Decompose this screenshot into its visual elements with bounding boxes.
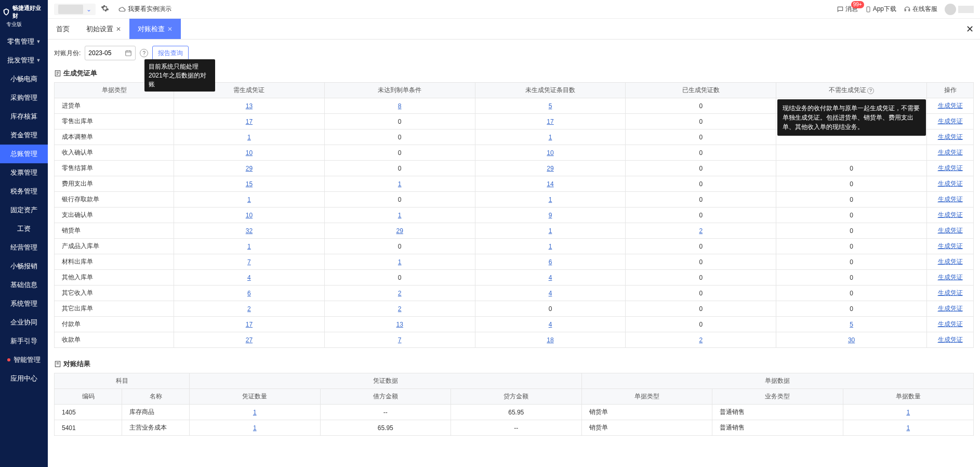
count-link[interactable]: 6 bbox=[549, 258, 552, 266]
tab-对账检查[interactable]: 对账检查✕ bbox=[129, 19, 181, 39]
month-help-icon[interactable]: ? bbox=[140, 49, 148, 57]
count-link[interactable]: 1 bbox=[398, 212, 402, 219]
nav-item-库存核算[interactable]: 库存核算 bbox=[0, 107, 48, 126]
count-link[interactable]: 13 bbox=[396, 321, 403, 328]
count-link[interactable]: 7 bbox=[247, 258, 251, 266]
count-link[interactable]: 32 bbox=[246, 227, 253, 235]
count-link[interactable]: 10 bbox=[547, 149, 553, 157]
close-all-tabs[interactable]: ✕ bbox=[959, 19, 980, 39]
nav-item-总账管理[interactable]: 总账管理 bbox=[0, 145, 48, 163]
count-link[interactable]: 1 bbox=[549, 227, 552, 235]
count-link[interactable]: 14 bbox=[547, 180, 553, 188]
generate-voucher-link[interactable]: 生成凭证 bbox=[938, 102, 963, 109]
generate-voucher-link[interactable]: 生成凭证 bbox=[938, 164, 963, 172]
generate-voucher-link[interactable]: 生成凭证 bbox=[938, 289, 963, 296]
settings-icon[interactable] bbox=[101, 4, 109, 14]
generate-voucher-link[interactable]: 生成凭证 bbox=[938, 336, 963, 343]
count-link[interactable]: 1 bbox=[906, 409, 910, 416]
count-link[interactable]: 2 bbox=[699, 336, 703, 344]
tab-首页[interactable]: 首页 bbox=[48, 19, 78, 39]
generate-voucher-link[interactable]: 生成凭证 bbox=[938, 242, 963, 250]
nav-item-批发管理[interactable]: 批发管理▼ bbox=[0, 51, 48, 70]
month-picker[interactable] bbox=[85, 46, 136, 60]
count-link[interactable]: 29 bbox=[246, 165, 253, 172]
messages-button[interactable]: 消息 99+ bbox=[837, 5, 858, 14]
count-link[interactable]: 5 bbox=[549, 102, 552, 110]
count-link[interactable]: 4 bbox=[247, 274, 251, 281]
close-icon[interactable]: ✕ bbox=[116, 25, 121, 33]
count-link[interactable]: 18 bbox=[547, 336, 553, 344]
count-link[interactable]: 9 bbox=[549, 212, 552, 219]
count-link[interactable]: 2 bbox=[247, 305, 251, 313]
count-link[interactable]: 1 bbox=[247, 134, 251, 141]
generate-voucher-link[interactable]: 生成凭证 bbox=[938, 274, 963, 281]
generate-voucher-link[interactable]: 生成凭证 bbox=[938, 196, 963, 203]
nav-item-固定资产[interactable]: 固定资产 bbox=[0, 201, 48, 219]
nav-item-应用中心[interactable]: 应用中心 bbox=[0, 369, 48, 388]
count-link[interactable]: 4 bbox=[549, 274, 552, 281]
nav-item-采购管理[interactable]: 采购管理 bbox=[0, 88, 48, 107]
nav-item-发票管理[interactable]: 发票管理 bbox=[0, 163, 48, 182]
count-link[interactable]: 10 bbox=[246, 212, 253, 219]
demo-link[interactable]: 我要看实例演示 bbox=[118, 5, 171, 14]
nav-item-经营管理[interactable]: 经营管理 bbox=[0, 238, 48, 257]
report-query-button[interactable]: 报告查询 bbox=[152, 46, 189, 60]
count-link[interactable]: 6 bbox=[247, 290, 251, 297]
generate-voucher-link[interactable]: 生成凭证 bbox=[938, 320, 963, 328]
count-link[interactable]: 1 bbox=[247, 243, 251, 250]
count-link[interactable]: 1 bbox=[549, 196, 552, 203]
count-link[interactable]: 1 bbox=[247, 196, 251, 203]
generate-voucher-link[interactable]: 生成凭证 bbox=[938, 227, 963, 234]
generate-voucher-link[interactable]: 生成凭证 bbox=[938, 305, 963, 312]
count-link[interactable]: 29 bbox=[396, 227, 403, 235]
generate-voucher-link[interactable]: 生成凭证 bbox=[938, 211, 963, 218]
count-link[interactable]: 10 bbox=[246, 149, 253, 157]
generate-voucher-link[interactable]: 生成凭证 bbox=[938, 180, 963, 187]
generate-voucher-link[interactable]: 生成凭证 bbox=[938, 118, 963, 125]
count-link[interactable]: 27 bbox=[246, 336, 253, 344]
customer-service-button[interactable]: 在线客服 bbox=[904, 5, 937, 14]
count-link[interactable]: 8 bbox=[398, 102, 402, 110]
count-link[interactable]: 1 bbox=[253, 409, 257, 416]
count-link[interactable]: 17 bbox=[246, 321, 253, 328]
count-link[interactable]: 30 bbox=[848, 336, 855, 344]
user-menu[interactable] bbox=[945, 4, 974, 15]
count-link[interactable]: 17 bbox=[246, 118, 253, 125]
nav-item-智能管理[interactable]: 智能管理 bbox=[0, 351, 48, 369]
count-link[interactable]: 13 bbox=[246, 102, 253, 110]
count-link[interactable]: 1 bbox=[398, 258, 402, 266]
generate-voucher-link[interactable]: 生成凭证 bbox=[938, 258, 963, 265]
tab-初始设置[interactable]: 初始设置✕ bbox=[78, 19, 129, 39]
count-link[interactable]: 1 bbox=[398, 180, 402, 188]
nav-item-企业协同[interactable]: 企业协同 bbox=[0, 313, 48, 332]
month-input[interactable] bbox=[88, 49, 122, 57]
skip-help-icon[interactable]: ? bbox=[867, 87, 874, 94]
nav-item-系统管理[interactable]: 系统管理 bbox=[0, 294, 48, 313]
count-link[interactable]: 4 bbox=[549, 321, 552, 328]
count-link[interactable]: 15 bbox=[246, 180, 253, 188]
count-link[interactable]: 5 bbox=[850, 321, 853, 328]
generate-voucher-link[interactable]: 生成凭证 bbox=[938, 133, 963, 140]
count-link[interactable]: 29 bbox=[547, 165, 553, 172]
count-link[interactable]: 2 bbox=[398, 290, 402, 297]
count-link[interactable]: 7 bbox=[398, 336, 402, 344]
nav-item-零售管理[interactable]: 零售管理▼ bbox=[0, 32, 48, 51]
count-link[interactable]: 17 bbox=[547, 118, 553, 125]
close-icon[interactable]: ✕ bbox=[167, 25, 173, 33]
nav-item-基础信息[interactable]: 基础信息 bbox=[0, 276, 48, 294]
count-link[interactable]: 4 bbox=[549, 290, 552, 297]
count-link[interactable]: 1 bbox=[549, 134, 552, 141]
nav-item-资金管理[interactable]: 资金管理 bbox=[0, 126, 48, 145]
count-link[interactable]: 2 bbox=[398, 305, 402, 313]
nav-item-小畅报销[interactable]: 小畅报销 bbox=[0, 257, 48, 276]
nav-item-税务管理[interactable]: 税务管理 bbox=[0, 182, 48, 201]
count-link[interactable]: 1 bbox=[906, 424, 910, 432]
nav-item-小畅电商[interactable]: 小畅电商 bbox=[0, 70, 48, 88]
count-link[interactable]: 2 bbox=[699, 227, 703, 235]
count-link[interactable]: 1 bbox=[253, 424, 257, 432]
count-link[interactable]: 1 bbox=[549, 243, 552, 250]
generate-voucher-link[interactable]: 生成凭证 bbox=[938, 149, 963, 156]
nav-item-工资[interactable]: 工资 bbox=[0, 219, 48, 238]
org-selector[interactable]: ⌄ bbox=[54, 4, 96, 15]
app-download-button[interactable]: App下载 bbox=[865, 5, 896, 14]
